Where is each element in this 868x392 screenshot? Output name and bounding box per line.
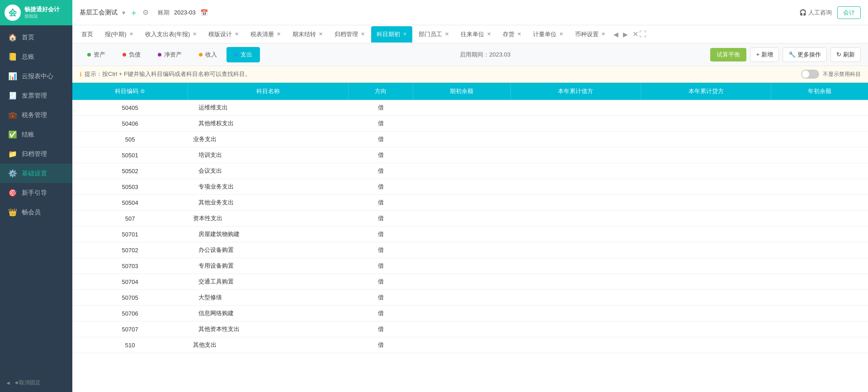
toggle-label: 不显示禁用科目 — [823, 71, 861, 78]
cell-opening — [413, 100, 510, 116]
tab-home[interactable]: 首页 — [76, 26, 99, 43]
cell-ytd-debit — [510, 274, 641, 290]
more-button[interactable]: 🔧 更多操作 — [783, 47, 827, 62]
general-ledger-icon: 📒 — [8, 52, 17, 61]
settings-icon[interactable]: ⚙ — [142, 8, 149, 17]
cell-ytd-debit — [510, 337, 641, 353]
sidebar-label-invoice: 发票管理 — [22, 92, 47, 100]
tab-close-inventory[interactable]: ✕ — [517, 31, 521, 37]
subtab-label-net-asset: 净资产 — [164, 51, 182, 59]
subjects-table: 科目编码 ⚙ 科目名称 方向 期初余额 本年累计借方 本年累计贷方 年初余额 5… — [72, 83, 868, 353]
subtab-dot-expense — [234, 53, 238, 57]
cell-ytd-credit — [641, 321, 771, 337]
sidebar-item-settings[interactable]: ⚙️基础设置 — [0, 164, 72, 183]
cell-code: 50502 — [72, 163, 188, 179]
tab-label-inventory: 存货 — [503, 30, 514, 38]
tab-label-period-end: 期末结转 — [292, 30, 316, 38]
cell-opening — [413, 258, 510, 274]
cell-opening — [413, 321, 510, 337]
tab-dept-staff[interactable]: 部门员工✕ — [413, 26, 454, 43]
account-button[interactable]: 会计 — [837, 6, 861, 19]
calendar-icon[interactable]: 📅 — [200, 9, 208, 16]
cell-name: 信息网络购建 — [188, 306, 349, 321]
tab-period-end[interactable]: 期末结转✕ — [287, 26, 328, 43]
tab-close-period-end[interactable]: ✕ — [319, 31, 323, 37]
sidebar-item-tax[interactable]: 💼税务管理 — [0, 105, 72, 125]
tab-subject-initial[interactable]: 科目期初✕ — [371, 26, 412, 43]
column-settings-icon[interactable]: ⚙ — [140, 88, 145, 94]
main-content: 基层工会测试 ▾ ＋ ⚙ 账期 2023-03 📅 🎧 人工咨询 会计 首页报(… — [72, 0, 868, 392]
app-logo: 会 畅捷通好会计 旗舰版 — [0, 0, 72, 25]
tab-archive[interactable]: 归档管理✕ — [329, 26, 370, 43]
sidebar-item-member[interactable]: 👑畅会员 — [0, 203, 72, 222]
tab-label-interim: 报(中期) — [105, 30, 127, 38]
add-tab-button[interactable]: ＋ — [130, 7, 138, 18]
subtab-income[interactable]: 收入 — [191, 47, 225, 62]
tab-close-dept-staff[interactable]: ✕ — [445, 31, 449, 37]
sidebar-item-invoice[interactable]: 🧾发票管理 — [0, 86, 72, 105]
sidebar-item-cloud-reports[interactable]: 📊云报表中心 — [0, 66, 72, 86]
help-button[interactable]: 🎧 人工咨询 — [799, 9, 832, 17]
sidebar-label-settlement: 结账 — [22, 131, 34, 139]
subtab-net-asset[interactable]: 净资产 — [150, 47, 189, 62]
tab-next-button[interactable]: ▶ — [621, 30, 630, 39]
tab-expand-button[interactable]: ⛶ — [639, 30, 646, 38]
table-row: 50503 专项业务支出 借 — [72, 179, 868, 195]
tab-prev-button[interactable]: ◀ — [612, 30, 620, 39]
tab-template[interactable]: 模版设计✕ — [203, 26, 244, 43]
tab-close-tax-clear[interactable]: ✕ — [277, 31, 281, 37]
toggle-disabled[interactable] — [801, 70, 819, 79]
tab-close-archive[interactable]: ✕ — [361, 31, 365, 37]
tab-income-annual[interactable]: 收入支出表(年报)✕ — [140, 26, 203, 43]
period-label: 账期 — [158, 9, 170, 17]
sidebar-item-settlement[interactable]: ✅结账 — [0, 125, 72, 144]
tab-close-subject-initial[interactable]: ✕ — [403, 31, 407, 37]
cell-year-opening — [771, 242, 868, 258]
sidebar-item-guide[interactable]: 🎯新手引导 — [0, 183, 72, 203]
cell-opening — [413, 306, 510, 321]
cell-name: 资本性支出 — [188, 211, 349, 227]
cell-opening — [413, 132, 510, 147]
subtab-expense[interactable]: 支出 — [226, 47, 260, 62]
table-row: 505 业务支出 借 — [72, 132, 868, 147]
tax-icon: 💼 — [8, 111, 17, 119]
tab-inventory[interactable]: 存货✕ — [497, 26, 527, 43]
tab-close-all-button[interactable]: ✕ — [632, 30, 638, 38]
sidebar-item-archive[interactable]: 📁归档管理 — [0, 144, 72, 164]
cell-year-opening — [771, 195, 868, 211]
tab-close-income-annual[interactable]: ✕ — [193, 31, 197, 37]
cell-opening — [413, 227, 510, 242]
cell-ytd-debit — [510, 306, 641, 321]
cell-year-opening — [771, 306, 868, 321]
subtab-dot-income — [199, 53, 203, 57]
cell-year-opening — [771, 274, 868, 290]
cell-ytd-credit — [641, 290, 771, 306]
table-row: 50707 其他资本性支出 借 — [72, 321, 868, 337]
subtab-asset[interactable]: 资产 — [80, 47, 113, 62]
tab-currency[interactable]: 币种设置✕ — [570, 26, 611, 43]
tab-close-template[interactable]: ✕ — [235, 31, 239, 37]
tab-tax-clear[interactable]: 税表清册✕ — [245, 26, 286, 43]
tab-close-interim[interactable]: ✕ — [129, 31, 133, 37]
cell-name: 其他支出 — [188, 337, 349, 353]
cell-ytd-credit — [641, 211, 771, 227]
sidebar-item-home[interactable]: 🏠首页 — [0, 28, 72, 47]
tab-measure-unit[interactable]: 计量单位✕ — [528, 26, 569, 43]
cell-code: 505 — [72, 132, 188, 147]
logo-icon: 会 — [5, 5, 21, 21]
refresh-button[interactable]: ↻ 刷新 — [830, 47, 861, 62]
cell-ytd-debit — [510, 116, 641, 132]
tab-clients[interactable]: 往来单位✕ — [455, 26, 496, 43]
tab-close-measure-unit[interactable]: ✕ — [559, 31, 563, 37]
add-button[interactable]: + 新增 — [750, 47, 779, 62]
balance-button[interactable]: 试算平衡 — [710, 48, 746, 61]
sidebar-collapse[interactable]: ◄ ◄取消固定 — [0, 373, 72, 392]
sidebar-item-general-ledger[interactable]: 📒总账 — [0, 47, 72, 66]
tab-close-clients[interactable]: ✕ — [487, 31, 491, 37]
subtab-liability[interactable]: 负债 — [115, 47, 148, 62]
dropdown-icon[interactable]: ▾ — [122, 9, 125, 16]
subtabbar: 资产负债净资产收入支出启用期间：2023.03 试算平衡 + 新增 🔧 更多操作… — [72, 43, 868, 66]
tab-interim[interactable]: 报(中期)✕ — [99, 26, 139, 43]
cell-direction: 借 — [349, 258, 413, 274]
tab-close-currency[interactable]: ✕ — [601, 31, 605, 37]
